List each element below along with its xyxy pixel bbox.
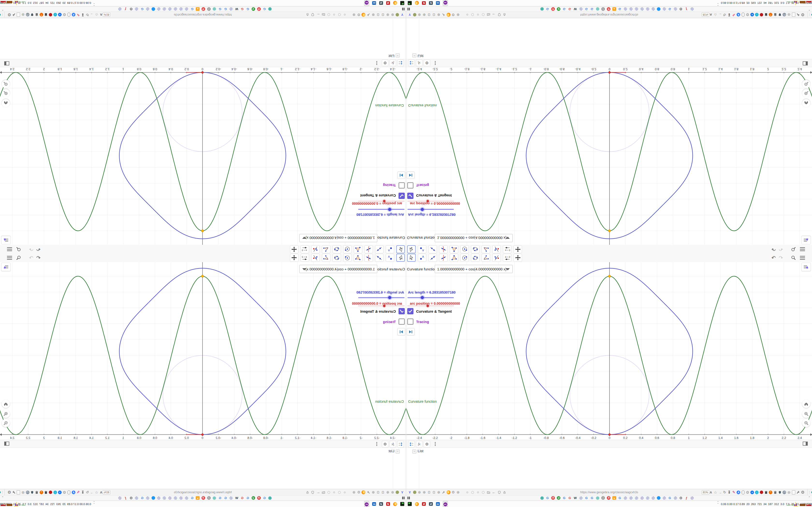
- zoom-out-button[interactable]: [2, 419, 10, 427]
- kebab-menu-icon[interactable]: [374, 61, 379, 65]
- url-text[interactable]: https://www.geogebra.org/classic/aagcxh3…: [174, 489, 232, 495]
- extension-icon[interactable]: [792, 13, 796, 17]
- extension-icon[interactable]: [12, 490, 16, 495]
- wrench-icon[interactable]: [366, 13, 370, 17]
- glyph-icon[interactable]: Ω: [381, 490, 385, 495]
- glyph-icon[interactable]: ←: [316, 13, 320, 17]
- extension-icon[interactable]: ↻: [723, 490, 727, 495]
- curvature-tangent-checkbox-row[interactable]: Curvature & Tangent: [360, 308, 405, 314]
- extension-icon[interactable]: *: [39, 13, 44, 17]
- url-text[interactable]: https://www.geogebra.org/classic/aagcxh3…: [580, 489, 638, 495]
- arc-length-slider[interactable]: [358, 209, 405, 210]
- extension-icon[interactable]: ☆: [95, 13, 99, 17]
- bookmark-icon[interactable]: G: [562, 7, 566, 11]
- bookmark-icon[interactable]: f: [123, 496, 128, 500]
- algebra-style-icon[interactable]: [408, 441, 415, 447]
- bookmark-icon[interactable]: [118, 496, 122, 500]
- bookmark-icon[interactable]: G: [568, 496, 572, 500]
- graphics-view[interactable]: -2.4-2.2-2-1.8-1.6-1.4-1.2-1-0.8-0.6-0.4…: [0, 67, 406, 245]
- wrench-icon[interactable]: [366, 490, 370, 495]
- extension-icon[interactable]: ↓: [755, 13, 759, 17]
- tab-dot-icon[interactable]: [470, 13, 475, 17]
- lock-icon[interactable]: [502, 13, 507, 17]
- checkbox-checked-icon[interactable]: [407, 193, 413, 199]
- glyph-icon[interactable]: ⊕: [371, 490, 375, 495]
- extension-icon[interactable]: ◠: [782, 490, 786, 495]
- kebab-menu-icon[interactable]: ⋮: [808, 491, 811, 494]
- firefox-icon[interactable]: [393, 502, 397, 506]
- shield-icon[interactable]: [497, 13, 501, 17]
- slider-tool-button[interactable]: a = 2: [301, 254, 309, 262]
- move-tool-button[interactable]: [407, 245, 416, 253]
- glyph-icon[interactable]: Y: [408, 13, 412, 17]
- extension-icon[interactable]: [16, 13, 20, 17]
- circle-tool-button[interactable]: [343, 254, 352, 262]
- checkbox-checked-icon[interactable]: [399, 193, 405, 199]
- line-tool-button[interactable]: [428, 245, 437, 253]
- glyph-icon[interactable]: ←: [316, 490, 320, 495]
- search-icon[interactable]: [790, 246, 797, 252]
- glyph-icon[interactable]: ⊕: [422, 490, 426, 495]
- taskbar-app-icon[interactable]: 64: [372, 1, 376, 5]
- bookmark-icon[interactable]: Я: [607, 496, 611, 500]
- bookmark-icon[interactable]: [162, 496, 166, 500]
- tracing-checkbox-row[interactable]: Tracing: [407, 182, 429, 188]
- tab-dot-icon[interactable]: [481, 490, 485, 495]
- kebab-menu-icon[interactable]: ⋮: [1, 13, 4, 16]
- extension-icon[interactable]: [741, 490, 745, 495]
- polygon-tool-button[interactable]: [450, 254, 458, 262]
- bookmark-icon[interactable]: G: [568, 7, 572, 11]
- panel-toggle-icon[interactable]: [803, 441, 808, 447]
- bookmark-icon[interactable]: ∨: [251, 496, 255, 500]
- checkbox-checked-icon[interactable]: [407, 308, 413, 314]
- extension-icon[interactable]: ⚙: [746, 13, 750, 17]
- extension-icon[interactable]: ↻: [85, 490, 89, 495]
- polygon-tool-button[interactable]: [450, 245, 458, 253]
- bookmark-icon[interactable]: [635, 496, 639, 500]
- extension-icon[interactable]: [741, 13, 745, 17]
- circle-tool-button[interactable]: [460, 245, 469, 253]
- gear-icon[interactable]: ⚙: [382, 441, 388, 447]
- firefox-icon[interactable]: [415, 502, 419, 506]
- fx-icon[interactable]: fx: [416, 60, 422, 66]
- point-tool-button[interactable]: A: [386, 245, 394, 253]
- bookmark-icon[interactable]: G: [246, 496, 250, 500]
- zoom-in-button[interactable]: [2, 89, 10, 97]
- extension-icon[interactable]: ⚙: [62, 490, 66, 495]
- shield-icon[interactable]: [311, 13, 315, 17]
- bookmark-icon[interactable]: G: [562, 496, 566, 500]
- wrench-icon[interactable]: [442, 490, 446, 495]
- bookmark-icon[interactable]: i: [207, 7, 211, 11]
- lock-icon[interactable]: [502, 490, 507, 495]
- undo-button[interactable]: ↶: [770, 246, 777, 252]
- fit-curve-tool-button[interactable]: [439, 245, 448, 253]
- wrench-icon[interactable]: [442, 13, 446, 17]
- glyph-icon[interactable]: Y: [400, 13, 404, 17]
- step-forward-button[interactable]: [407, 328, 415, 335]
- checkbox-unchecked-icon[interactable]: [407, 319, 413, 325]
- redo-button[interactable]: ↷: [777, 255, 784, 261]
- bookmark-icon[interactable]: ⚙: [129, 496, 133, 500]
- extension-icon[interactable]: ⚙: [7, 490, 11, 495]
- extension-icon[interactable]: ↓: [53, 490, 57, 495]
- arc-position-slider-handle[interactable]: [383, 305, 386, 307]
- extension-icon[interactable]: →: [718, 13, 722, 17]
- bookmark-icon[interactable]: G: [262, 7, 266, 11]
- bookmark-icon[interactable]: [185, 7, 189, 11]
- owl-app-icon[interactable]: [443, 0, 447, 5]
- extension-icon[interactable]: [30, 490, 34, 495]
- extension-icon[interactable]: A: [709, 490, 713, 495]
- extension-icon[interactable]: ◠: [26, 490, 30, 495]
- extension-icon[interactable]: →: [90, 490, 94, 495]
- reflect-tool-button[interactable]: [492, 254, 501, 262]
- extension-icon[interactable]: ⊕: [21, 490, 25, 495]
- bookmark-icon[interactable]: [623, 496, 627, 500]
- panel-toggle-icon[interactable]: [803, 60, 808, 66]
- bookmark-icon[interactable]: W: [573, 7, 577, 11]
- terminal-icon[interactable]: [400, 502, 404, 506]
- folder-icon[interactable]: [321, 490, 325, 495]
- extension-icon[interactable]: [16, 490, 20, 495]
- slider-tool-button[interactable]: a = 2: [503, 254, 511, 262]
- bookmark-icon[interactable]: [662, 7, 666, 11]
- fit-curve-tool-button[interactable]: [439, 254, 448, 262]
